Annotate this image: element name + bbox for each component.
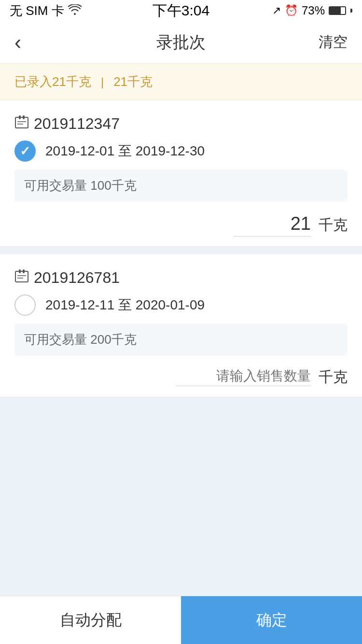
batch-date-row-2: 2019-12-11 至 2020-01-09 (14, 294, 348, 316)
alarm-icon: ⏰ (285, 4, 298, 17)
carrier-text: 无 SIM 卡 (10, 2, 64, 19)
svg-rect-7 (23, 269, 25, 273)
unit-2: 千克 (319, 367, 348, 387)
info-divider: | (101, 75, 104, 89)
quantity-row-2: 千克 (14, 356, 348, 397)
batch-icon-1 (14, 115, 29, 132)
svg-rect-5 (15, 271, 28, 282)
available-1: 可用交易量 100千克 (14, 169, 348, 202)
auto-distribute-button[interactable]: 自动分配 (0, 596, 181, 644)
available-2: 可用交易量 200千克 (14, 323, 348, 356)
batch-header-1: 2019112347 (14, 115, 348, 133)
battery-icon (329, 6, 346, 15)
empty-area (0, 397, 362, 610)
confirm-button[interactable]: 确定 (181, 596, 362, 644)
svg-rect-2 (23, 115, 25, 119)
batch-checkbox-2[interactable] (14, 294, 36, 316)
back-button[interactable]: ‹ (14, 31, 21, 54)
section-divider (0, 247, 362, 254)
info-banner: 已录入21千克 | 21千克 (0, 64, 362, 100)
batch-card-1: 2019112347 2019-12-01 至 2019-12-30 可用交易量… (0, 100, 362, 246)
bottom-bar: 自动分配 确定 (0, 596, 362, 644)
status-left: 无 SIM 卡 (10, 2, 82, 19)
clear-button[interactable]: 清空 (319, 32, 348, 52)
status-right: ↗ ⏰ 73% (272, 4, 352, 17)
svg-rect-0 (15, 117, 28, 128)
quantity-row-1: 千克 (14, 202, 348, 246)
batch-icon-2 (14, 269, 29, 286)
quantity-input-1[interactable] (234, 213, 311, 237)
status-time: 下午3:04 (153, 1, 209, 21)
batch-date-2: 2019-12-11 至 2020-01-09 (45, 296, 205, 314)
total-label: 21千克 (113, 73, 153, 90)
page-title: 录批次 (156, 31, 206, 54)
unit-1: 千克 (319, 215, 348, 235)
svg-rect-1 (19, 115, 21, 119)
batch-date-1: 2019-12-01 至 2019-12-30 (45, 142, 205, 160)
batch-card-2: 2019126781 2019-12-11 至 2020-01-09 可用交易量… (0, 254, 362, 397)
recorded-label: 已录入21千克 (14, 73, 91, 90)
batch-checkbox-1[interactable] (14, 140, 36, 162)
batch-number-1: 2019112347 (34, 115, 120, 133)
batch-date-row-1: 2019-12-01 至 2019-12-30 (14, 140, 348, 162)
nav-bar: ‹ 录批次 清空 (0, 21, 362, 64)
battery-percent: 73% (302, 4, 325, 17)
wifi-icon (68, 3, 82, 18)
quantity-input-2[interactable] (176, 368, 311, 386)
batch-header-2: 2019126781 (14, 269, 348, 287)
svg-rect-6 (19, 269, 21, 273)
battery-tip (350, 9, 352, 13)
batch-number-2: 2019126781 (34, 269, 120, 287)
status-bar: 无 SIM 卡 下午3:04 ↗ ⏰ 73% (0, 0, 362, 21)
location-icon: ↗ (272, 4, 281, 17)
